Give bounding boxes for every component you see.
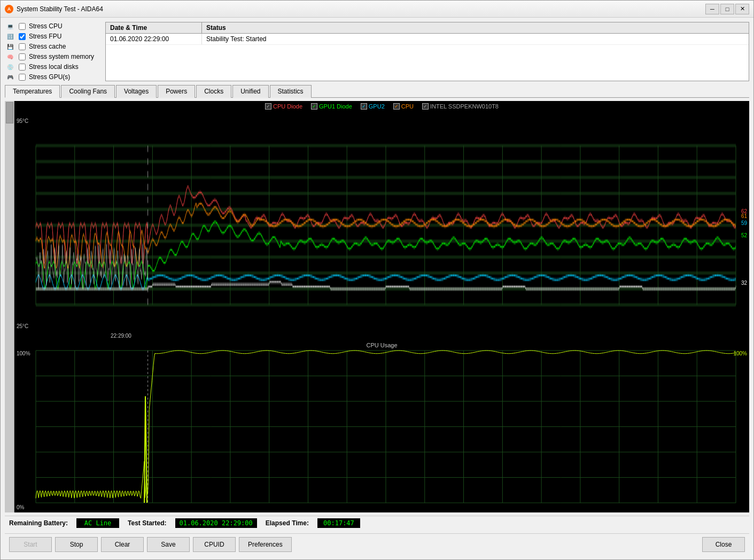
gpu2-checkbox[interactable]: ✓ bbox=[361, 103, 367, 110]
close-window-button[interactable]: ✕ bbox=[735, 4, 749, 14]
cpu-y-min: 0% bbox=[17, 504, 24, 510]
stress-gpu-checkbox[interactable] bbox=[19, 74, 26, 81]
close-button[interactable]: Close bbox=[702, 537, 745, 552]
app-icon: A bbox=[5, 5, 13, 13]
window-title: System Stability Test - AIDA64 bbox=[17, 5, 705, 13]
tab-voltages[interactable]: Voltages bbox=[116, 85, 157, 98]
memory-icon: 🧠 bbox=[5, 52, 15, 61]
button-bar: Start Stop Clear Save CPUID Preferences … bbox=[5, 533, 749, 555]
y-max-label: 95°C bbox=[17, 118, 28, 124]
tabs-bar: Temperatures Cooling Fans Voltages Power… bbox=[5, 84, 749, 98]
right-val-32: 32 bbox=[741, 280, 747, 286]
log-date: 01.06.2020 22:29:00 bbox=[106, 34, 202, 44]
stress-cache-label: Stress cache bbox=[29, 43, 66, 50]
cpu-diode-checkbox[interactable]: ✓ bbox=[265, 103, 271, 110]
cpu-graph-inner: CPU Usage 100% 0% 100% bbox=[14, 340, 749, 512]
maximize-button[interactable]: □ bbox=[720, 4, 734, 14]
cpu-diode-label: CPU Diode bbox=[273, 103, 302, 110]
scroll-thumb[interactable] bbox=[6, 102, 13, 123]
date-column-header: Date & Time bbox=[106, 22, 202, 33]
log-table: Date & Time Status 01.06.2020 22:29:00 S… bbox=[105, 22, 749, 81]
battery-label: Remaining Battery: bbox=[9, 519, 68, 527]
y-min-label: 25°C bbox=[17, 323, 28, 329]
stop-button[interactable]: Stop bbox=[55, 537, 98, 552]
stress-disk-checkbox[interactable] bbox=[19, 64, 26, 71]
cpu-y-max: 100% bbox=[17, 351, 30, 356]
intel-ssd-label: INTEL SSDPEKNW010T8 bbox=[430, 103, 499, 110]
cpu-scrollbar[interactable] bbox=[5, 340, 14, 512]
right-val-52: 52 bbox=[741, 232, 747, 238]
cpu-graph-wrapper: CPU Usage 100% 0% 100% bbox=[5, 340, 749, 512]
clear-button[interactable]: Clear bbox=[101, 537, 144, 552]
temp-graph-inner: ✓ CPU Diode ✓ GPU1 Diode ✓ GPU2 ✓ bbox=[14, 101, 749, 340]
x-time-label: 22:29:00 bbox=[111, 333, 131, 339]
tab-cooling-fans[interactable]: Cooling Fans bbox=[61, 85, 115, 98]
stress-fpu-item: 🔢 Stress FPU bbox=[5, 32, 101, 41]
legend-gpu2: ✓ GPU2 bbox=[361, 103, 385, 110]
minimize-button[interactable]: ─ bbox=[705, 4, 719, 14]
cpu-label: CPU bbox=[401, 103, 414, 110]
right-val-61: 61 bbox=[741, 213, 747, 219]
gpu2-label: GPU2 bbox=[369, 103, 385, 110]
stress-options-panel: 💻 Stress CPU 🔢 Stress FPU 💾 Stress cache… bbox=[5, 22, 101, 81]
cpu-graph-title: CPU Usage bbox=[14, 342, 749, 348]
stress-cpu-item: 💻 Stress CPU bbox=[5, 22, 101, 30]
temp-legend: ✓ CPU Diode ✓ GPU1 Diode ✓ GPU2 ✓ bbox=[14, 103, 749, 110]
legend-cpu: ✓ CPU bbox=[393, 103, 414, 110]
tab-statistics[interactable]: Statistics bbox=[270, 85, 312, 98]
tab-temperatures[interactable]: Temperatures bbox=[5, 85, 60, 98]
gpu-icon: 🎮 bbox=[5, 73, 15, 81]
cpu-graph-canvas bbox=[14, 340, 749, 512]
right-val-59: 59 bbox=[741, 220, 747, 226]
legend-cpu-diode: ✓ CPU Diode bbox=[265, 103, 302, 110]
window-controls: ─ □ ✕ bbox=[705, 4, 749, 14]
top-section: 💻 Stress CPU 🔢 Stress FPU 💾 Stress cache… bbox=[5, 22, 749, 81]
disk-icon: 💿 bbox=[5, 63, 15, 71]
stress-cache-checkbox[interactable] bbox=[19, 43, 26, 50]
intel-ssd-checkbox[interactable]: ✓ bbox=[422, 103, 429, 110]
main-window: A System Stability Test - AIDA64 ─ □ ✕ 💻… bbox=[0, 0, 754, 560]
fpu-icon: 🔢 bbox=[5, 32, 15, 41]
tabs-container: Temperatures Cooling Fans Voltages Power… bbox=[5, 84, 749, 98]
content-area: 💻 Stress CPU 🔢 Stress FPU 💾 Stress cache… bbox=[1, 18, 753, 559]
stress-cpu-checkbox[interactable] bbox=[19, 23, 26, 30]
log-status: Stability Test: Started bbox=[202, 34, 749, 44]
cache-icon: 💾 bbox=[5, 42, 15, 51]
legend-intel-ssd: ✓ INTEL SSDPEKNW010T8 bbox=[422, 103, 499, 110]
stress-memory-item: 🧠 Stress system memory bbox=[5, 52, 101, 61]
cpu-checkbox[interactable]: ✓ bbox=[393, 103, 400, 110]
stress-gpu-label: Stress GPU(s) bbox=[29, 73, 70, 81]
stress-fpu-label: Stress FPU bbox=[29, 33, 61, 40]
stress-fpu-checkbox[interactable] bbox=[19, 33, 26, 40]
cpuid-button[interactable]: CPUID bbox=[193, 537, 236, 552]
stress-memory-checkbox[interactable] bbox=[19, 53, 26, 60]
tab-powers[interactable]: Powers bbox=[158, 85, 195, 98]
cpu-icon: 💻 bbox=[5, 22, 15, 30]
legend-gpu1-diode: ✓ GPU1 Diode bbox=[311, 103, 352, 110]
start-button[interactable]: Start bbox=[9, 537, 52, 552]
gpu1-diode-checkbox[interactable]: ✓ bbox=[311, 103, 317, 110]
cpu-right-val: 100% bbox=[733, 351, 747, 356]
stress-memory-label: Stress system memory bbox=[29, 53, 94, 60]
title-bar: A System Stability Test - AIDA64 ─ □ ✕ bbox=[1, 1, 753, 18]
test-started-value: 01.06.2020 22:29:00 bbox=[175, 518, 257, 528]
status-column-header: Status bbox=[202, 22, 749, 33]
stress-gpu-item: 🎮 Stress GPU(s) bbox=[5, 73, 101, 81]
battery-value: AC Line bbox=[76, 518, 119, 528]
tab-unified[interactable]: Unified bbox=[232, 85, 268, 98]
gpu1-diode-label: GPU1 Diode bbox=[319, 103, 352, 110]
stress-cache-item: 💾 Stress cache bbox=[5, 42, 101, 51]
temp-scrollbar[interactable] bbox=[5, 101, 14, 340]
test-started-label: Test Started: bbox=[128, 519, 166, 527]
log-header: Date & Time Status bbox=[106, 22, 749, 34]
save-button[interactable]: Save bbox=[147, 537, 190, 552]
graphs-area: ✓ CPU Diode ✓ GPU1 Diode ✓ GPU2 ✓ bbox=[5, 101, 749, 512]
status-bar: Remaining Battery: AC Line Test Started:… bbox=[5, 516, 749, 530]
tab-clocks[interactable]: Clocks bbox=[196, 85, 231, 98]
log-row: 01.06.2020 22:29:00 Stability Test: Star… bbox=[106, 34, 749, 45]
preferences-button[interactable]: Preferences bbox=[239, 537, 292, 552]
stress-cpu-label: Stress CPU bbox=[29, 22, 63, 30]
stress-disk-label: Stress local disks bbox=[29, 63, 79, 71]
elapsed-value: 00:17:47 bbox=[317, 518, 360, 528]
stress-disk-item: 💿 Stress local disks bbox=[5, 63, 101, 71]
